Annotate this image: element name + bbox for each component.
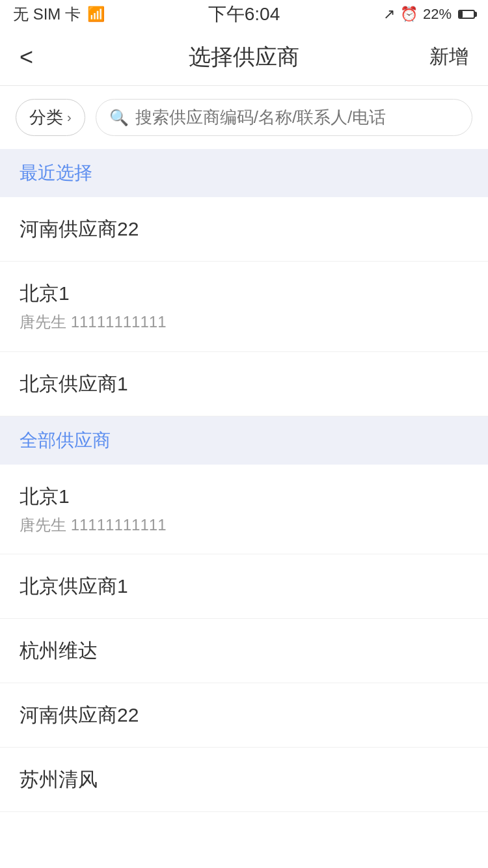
item-name: 苏州清风 — [20, 766, 468, 793]
status-left: 无 SIM 卡 📶 — [13, 4, 105, 25]
recent-section-header: 最近选择 — [0, 149, 488, 197]
status-bar: 无 SIM 卡 📶 下午6:04 ↗ ⏰ 22% — [0, 0, 488, 29]
all-list-item[interactable]: 苏州清风 — [0, 748, 488, 812]
back-button[interactable]: < — [20, 44, 59, 71]
item-name: 河南供应商22 — [20, 701, 468, 729]
recent-section-label: 最近选择 — [20, 163, 92, 183]
wifi-icon: 📶 — [87, 6, 105, 23]
direction-icon: ↗ — [383, 6, 395, 23]
search-box: 🔍 — [96, 99, 472, 136]
alarm-icon: ⏰ — [400, 6, 418, 23]
battery-text: 22% — [423, 6, 452, 23]
status-right: ↗ ⏰ 22% — [383, 6, 475, 23]
all-list-item[interactable]: 北京1唐先生 11111111111 — [0, 465, 488, 555]
sim-status: 无 SIM 卡 — [13, 4, 81, 25]
recent-list-item[interactable]: 北京1唐先生 11111111111 — [0, 262, 488, 352]
item-name: 北京1 — [20, 483, 468, 510]
all-list: 北京1唐先生 11111111111北京供应商1杭州维达河南供应商22苏州清风 — [0, 465, 488, 813]
recent-list: 河南供应商22北京1唐先生 11111111111北京供应商1 — [0, 197, 488, 416]
recent-list-item[interactable]: 河南供应商22 — [0, 197, 488, 262]
all-list-item[interactable]: 河南供应商22 — [0, 683, 488, 748]
nav-bar: < 选择供应商 新增 — [0, 29, 488, 86]
item-name: 河南供应商22 — [20, 215, 468, 243]
item-subtitle: 唐先生 11111111111 — [20, 514, 468, 536]
search-icon: 🔍 — [109, 109, 129, 127]
all-list-item[interactable]: 杭州维达 — [0, 619, 488, 683]
all-section-label: 全部供应商 — [20, 430, 111, 450]
category-label: 分类 — [29, 106, 63, 129]
category-filter-button[interactable]: 分类 › — [16, 99, 85, 136]
status-time: 下午6:04 — [208, 2, 280, 27]
all-list-item[interactable]: 北京供应商1 — [0, 554, 488, 619]
filter-bar: 分类 › 🔍 — [0, 86, 488, 149]
add-button[interactable]: 新增 — [429, 44, 468, 70]
item-name: 北京供应商1 — [20, 573, 468, 600]
page-title: 选择供应商 — [189, 42, 299, 72]
recent-list-item[interactable]: 北京供应商1 — [0, 352, 488, 416]
item-name: 杭州维达 — [20, 637, 468, 664]
item-subtitle: 唐先生 11111111111 — [20, 311, 468, 333]
search-input[interactable] — [135, 107, 459, 128]
chevron-right-icon: › — [67, 110, 72, 125]
battery-icon — [458, 10, 475, 19]
item-name: 北京1 — [20, 280, 468, 307]
all-section-header: 全部供应商 — [0, 416, 488, 465]
item-name: 北京供应商1 — [20, 370, 468, 398]
